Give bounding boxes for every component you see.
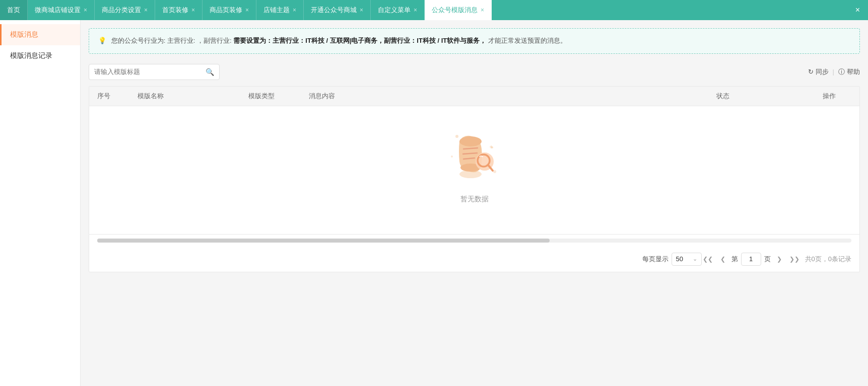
page-navigation: ❮❮ ❮ 第 页 ❯ ❯❯	[701, 253, 801, 266]
col-header-name: 模版名称	[129, 87, 240, 106]
page-size-select[interactable]: 50 20 100	[672, 253, 702, 266]
tab-home-decoration-label: 首页装修	[162, 6, 188, 15]
data-table: 序号 模版名称 模版类型 消息内容 状态 操作	[89, 86, 860, 272]
tab-product-decoration[interactable]: 商品页装修 ×	[203, 0, 256, 20]
info-banner: 💡 您的公众号行业为: 主营行业: ，副营行业: 需要设置为：主营行业：IT科技…	[89, 28, 860, 54]
prev-page-button[interactable]: ❮	[716, 253, 729, 266]
scrollbar-thumb[interactable]	[97, 239, 550, 243]
tab-custom-menu-label: 自定义菜单	[378, 6, 411, 15]
tab-store-theme-close[interactable]: ×	[293, 7, 296, 14]
col-header-type: 模版类型	[240, 87, 301, 106]
scrollbar-track[interactable]	[97, 239, 851, 243]
tab-custom-menu-close[interactable]: ×	[414, 7, 417, 14]
tab-open-wechat-mall[interactable]: 开通公众号商城 ×	[304, 0, 371, 20]
tab-category-settings[interactable]: 商品分类设置 ×	[95, 0, 155, 20]
empty-illustration	[444, 126, 505, 187]
svg-point-1	[459, 136, 482, 146]
first-page-button[interactable]: ❮❮	[701, 253, 714, 266]
tab-home[interactable]: 首页	[0, 0, 28, 20]
empty-text: 暂无数据	[460, 195, 489, 204]
scrollbar-area	[89, 234, 859, 247]
per-page-label: 每页显示	[642, 255, 669, 264]
search-icon[interactable]: 🔍	[206, 68, 214, 76]
col-header-status: 状态	[708, 87, 799, 106]
col-header-action: 操作	[799, 87, 859, 106]
tab-open-wechat-mall-close[interactable]: ×	[360, 7, 363, 14]
tab-product-decoration-close[interactable]: ×	[245, 7, 249, 14]
sync-label: 同步	[816, 67, 829, 76]
page-label: 页	[764, 255, 771, 264]
tab-template-message-close[interactable]: ×	[481, 7, 484, 14]
sync-icon: ↻	[808, 68, 814, 75]
tab-bar: 首页 微商城店铺设置 × 商品分类设置 × 首页装修 × 商品页装修 × 店铺主…	[0, 0, 868, 20]
banner-highlight-text: 需要设置为：主营行业：IT科技 / 互联网|电子商务，副营行业：IT科技 / I…	[233, 37, 486, 44]
tab-template-message-label: 公众号模版消息	[432, 6, 478, 15]
empty-state: 暂无数据	[89, 106, 859, 234]
tab-product-decoration-label: 商品页装修	[210, 6, 242, 15]
banner-icon: 💡	[98, 37, 106, 44]
svg-point-12	[493, 170, 496, 173]
banner-prefix-text: 您的公众号行业为: 主营行业: ，副营行业:	[111, 37, 232, 44]
page-di-label: 第	[731, 255, 738, 264]
last-page-button[interactable]: ❯❯	[788, 253, 801, 266]
page-number-input[interactable]	[741, 253, 761, 266]
content-area: 💡 您的公众号行业为: 主营行业: ，副营行业: 需要设置为：主营行业：IT科技…	[81, 20, 868, 386]
col-header-seq: 序号	[89, 87, 129, 106]
page-size-wrap: 每页显示 50 20 100 ⌄	[642, 253, 697, 266]
col-header-content: 消息内容	[301, 87, 708, 106]
total-info: 共0页，0条记录	[805, 255, 851, 264]
toolbar-right: ↻ 同步 | ⓘ 帮助	[808, 67, 860, 76]
page-input-wrap: 第 页	[731, 253, 771, 266]
help-label: 帮助	[847, 67, 860, 76]
sidebar-item-template-message[interactable]: 模版消息	[0, 24, 80, 45]
tab-category-settings-label: 商品分类设置	[102, 6, 141, 15]
tab-custom-menu[interactable]: 自定义菜单 ×	[371, 0, 425, 20]
tab-shop-settings[interactable]: 微商城店铺设置 ×	[28, 0, 95, 20]
tab-category-settings-close[interactable]: ×	[144, 7, 148, 14]
sync-button[interactable]: ↻ 同步	[808, 67, 829, 76]
tab-open-wechat-mall-label: 开通公众号商城	[311, 6, 357, 15]
tab-home-decoration-close[interactable]: ×	[191, 7, 195, 14]
toolbar-divider: |	[833, 68, 834, 75]
table-header: 序号 模版名称 模版类型 消息内容 状态 操作	[89, 87, 859, 106]
search-bar: 🔍 ↻ 同步 | ⓘ 帮助	[89, 64, 860, 80]
svg-point-9	[455, 135, 458, 138]
search-input[interactable]	[94, 68, 206, 75]
tab-home-decoration[interactable]: 首页装修 ×	[155, 0, 203, 20]
tab-shop-settings-close[interactable]: ×	[84, 7, 87, 14]
help-icon: ⓘ	[838, 67, 845, 76]
search-input-wrap: 🔍	[89, 64, 220, 80]
banner-suffix-text: 才能正常发送预置的消息。	[488, 37, 567, 44]
tab-shop-settings-label: 微商城店铺设置	[35, 6, 81, 15]
pagination: 每页显示 50 20 100 ⌄ ❮❮ ❮ 第	[89, 247, 859, 272]
tab-home-label: 首页	[7, 6, 20, 15]
sidebar-item-template-message-log-label: 模版消息记录	[10, 51, 52, 59]
next-page-button[interactable]: ❯	[773, 253, 786, 266]
help-button[interactable]: ⓘ 帮助	[838, 67, 860, 76]
sidebar: 模版消息 模版消息记录	[0, 20, 81, 386]
tab-store-theme[interactable]: 店铺主题 ×	[256, 0, 304, 20]
sidebar-item-template-message-label: 模版消息	[10, 30, 38, 38]
main-layout: 模版消息 模版消息记录 💡 您的公众号行业为: 主营行业: ，副营行业: 需要设…	[0, 20, 868, 386]
tab-bar-close-all[interactable]: ×	[847, 0, 868, 20]
sidebar-item-template-message-log[interactable]: 模版消息记录	[0, 45, 80, 66]
svg-point-11	[451, 156, 453, 158]
tab-template-message[interactable]: 公众号模版消息 ×	[425, 0, 492, 20]
tab-store-theme-label: 店铺主题	[263, 6, 290, 15]
